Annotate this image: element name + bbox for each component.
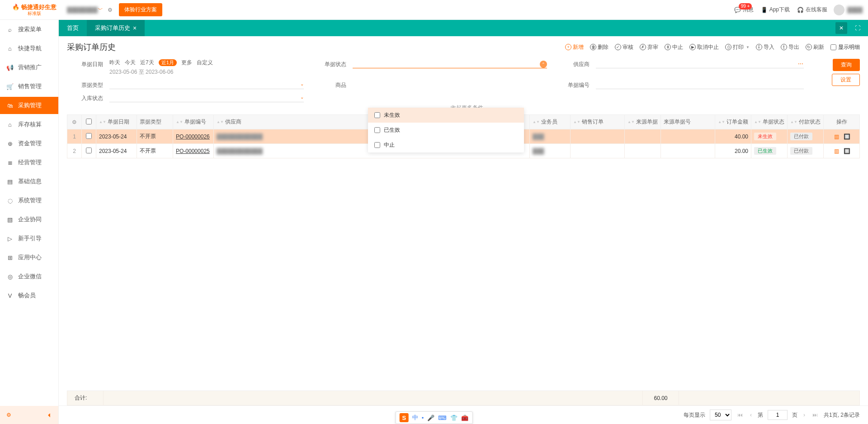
stop-button[interactable]: ⏸中止	[665, 43, 683, 51]
col-srcno[interactable]: 来源单据号	[661, 115, 715, 129]
docno-input[interactable]	[596, 80, 804, 89]
chevron-up-icon[interactable]: ⌃	[540, 61, 547, 68]
filter-instore-field[interactable]: ⌄	[109, 93, 304, 102]
view-icon[interactable]: ▥	[834, 148, 840, 154]
col-salesorder[interactable]: ▲▼销售订单	[571, 115, 625, 129]
col-gear[interactable]: ⚙	[67, 115, 82, 129]
date-quick-more[interactable]: 更多	[181, 59, 192, 67]
ime-skin-icon[interactable]: 👕	[450, 414, 458, 421]
sidebar-item-purchase[interactable]: 🛍采购管理	[0, 97, 58, 114]
sidebar-item-basedata[interactable]: ▤基础信息	[0, 173, 58, 190]
unstop-button[interactable]: ▶取消中止	[689, 43, 719, 51]
delete-button[interactable]: 🗑删除	[590, 43, 609, 51]
close-icon[interactable]: ×	[133, 24, 137, 32]
cell-docno[interactable]: PO-00000026	[173, 129, 214, 144]
date-quick-custom[interactable]: 自定义	[197, 59, 213, 67]
sidebar-item-search[interactable]: ⌕搜索菜单	[0, 21, 58, 38]
audit-button[interactable]: ✓审核	[615, 43, 633, 51]
last-page-icon[interactable]: ⏭	[811, 412, 819, 418]
more-icon[interactable]: ⋯	[798, 61, 804, 67]
export-button[interactable]: ↥导出	[781, 43, 799, 51]
col-checkall[interactable]	[82, 115, 96, 129]
status-option-stopped[interactable]: 中止	[368, 138, 524, 152]
prev-page-icon[interactable]: ‹	[749, 412, 753, 418]
chevron-down-icon[interactable]: ⌄	[300, 81, 304, 86]
sidebar-item-sales[interactable]: 🛒销售管理	[0, 78, 58, 95]
customer-service-button[interactable]: 🎧 在线客服	[797, 6, 827, 14]
avatar[interactable]	[834, 5, 844, 15]
sidebar-item-operation[interactable]: ≣经营管理	[0, 154, 58, 171]
col-amount[interactable]: ▲▼订单金额	[715, 115, 751, 129]
sidebar-item-guide[interactable]: ▷新手引导	[0, 230, 58, 247]
date-quick-today[interactable]: 今天	[125, 59, 136, 67]
sidebar-item-marketing[interactable]: 📢营销推广	[0, 59, 58, 76]
abandon-button[interactable]: ✗弃审	[640, 43, 658, 51]
close-all-tabs-button[interactable]: ✕	[835, 22, 847, 34]
col-date[interactable]: ▲▼单据日期	[96, 115, 137, 129]
col-invoice[interactable]: 票据类型	[137, 115, 173, 129]
cell-check[interactable]	[82, 144, 96, 158]
messages-button[interactable]: 💬 消息 99 +	[734, 6, 754, 14]
supplier-input[interactable]	[596, 59, 804, 68]
date-quick-week[interactable]: 近7天	[140, 59, 154, 67]
col-sales[interactable]: ▲▼业务员	[530, 115, 571, 129]
page-input[interactable]	[768, 410, 788, 420]
tab-purchase-history[interactable]: 采购订单历史 ×	[87, 20, 145, 36]
app-download-button[interactable]: 📱 App下载	[761, 6, 790, 14]
gear-icon[interactable]: ⚙	[108, 7, 113, 13]
sidebar-item-quicknav[interactable]: ⌂快捷导航	[0, 40, 58, 57]
collapse-sidebar-icon[interactable]: ⏴	[47, 412, 52, 418]
sidebar-item-funds[interactable]: ⊕资金管理	[0, 135, 58, 152]
filter-invoice-field[interactable]: ⌄	[109, 80, 304, 89]
sidebar-item-apps[interactable]: ⊞应用中心	[0, 249, 58, 266]
trial-button[interactable]: 体验行业方案	[119, 3, 162, 16]
ime-keyboard-icon[interactable]: ⌨	[438, 414, 447, 421]
import-button[interactable]: ↧导入	[756, 43, 774, 51]
view-icon[interactable]: ▥	[834, 133, 840, 140]
qr-icon[interactable]: 🔲	[844, 148, 850, 154]
date-quick-month[interactable]: 近1月	[159, 59, 177, 66]
filter-docno-field[interactable]	[596, 80, 804, 89]
col-src[interactable]: ▲▼来源单据	[625, 115, 661, 129]
status-option-active[interactable]: 已生效	[368, 123, 524, 138]
print-button[interactable]: ⎙打印▼	[725, 43, 750, 51]
per-page-select[interactable]: 50	[710, 410, 731, 420]
tab-home[interactable]: 首页	[59, 20, 87, 36]
col-paystatus[interactable]: ▲▼付款状态	[788, 115, 824, 129]
user-name[interactable]: ████	[847, 7, 863, 13]
settings-icon[interactable]: ⚙	[6, 412, 11, 418]
show-detail-checkbox[interactable]: 显示明细	[830, 43, 860, 51]
chevron-down-icon[interactable]: ⌄	[300, 95, 304, 100]
col-status[interactable]: ▲▼单据状态	[751, 115, 788, 129]
ime-toolbar[interactable]: S 中 • 🎤 ⌨ 👕 🧰	[396, 411, 473, 424]
ime-punct-icon[interactable]: •	[422, 414, 424, 421]
fullscreen-icon[interactable]: ⛶	[852, 22, 863, 34]
status-option-pending[interactable]: 未生效	[368, 108, 524, 123]
cell-docno[interactable]: PO-00000025	[173, 144, 214, 158]
qr-icon[interactable]: 🔲	[844, 133, 850, 140]
refresh-button[interactable]: ↻刷新	[806, 43, 824, 51]
sidebar-item-system[interactable]: ◌系统管理	[0, 192, 58, 209]
chevron-down-icon[interactable]: ﹀	[98, 6, 103, 14]
sidebar-item-inventory[interactable]: ⌂库存核算	[0, 116, 58, 133]
cell-check[interactable]	[82, 129, 96, 144]
col-docno[interactable]: ▲▼单据编号	[173, 115, 214, 129]
sidebar-item-member[interactable]: V畅会员	[0, 287, 58, 304]
date-quick-yesterday[interactable]: 昨天	[109, 59, 120, 67]
filter-status-field[interactable]: ⌃	[353, 59, 547, 68]
sidebar-item-wechat[interactable]: ◎企业微信	[0, 268, 58, 285]
instore-input[interactable]	[109, 93, 304, 102]
ime-mic-icon[interactable]: 🎤	[427, 414, 434, 421]
add-button[interactable]: +新增	[565, 43, 584, 51]
filter-supplier-field[interactable]: ⋯	[596, 59, 804, 68]
first-page-icon[interactable]: ⏮	[736, 412, 744, 418]
ime-toolbox-icon[interactable]: 🧰	[461, 414, 468, 421]
status-input[interactable]	[353, 59, 547, 68]
org-selector[interactable]: ████████	[67, 7, 98, 13]
invoice-input[interactable]	[109, 80, 304, 89]
sidebar-item-collab[interactable]: ▧企业协同	[0, 211, 58, 228]
ime-lang-button[interactable]: 中	[412, 414, 418, 422]
query-button[interactable]: 查询	[833, 59, 860, 71]
next-page-icon[interactable]: ›	[802, 412, 807, 418]
setting-button[interactable]: 设置	[832, 74, 860, 86]
